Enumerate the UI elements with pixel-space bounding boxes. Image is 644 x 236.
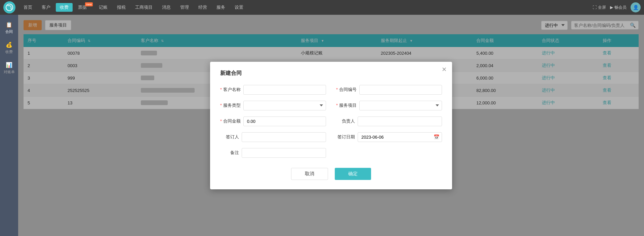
- sidebar-item-statement[interactable]: 📊 对账单: [1, 58, 17, 77]
- form-row-2: 服务类型 服务项目: [220, 101, 442, 110]
- modal-close-button[interactable]: ✕: [442, 66, 447, 73]
- charge-icon: 💰: [5, 41, 13, 48]
- field-contract-no: 合同编号: [336, 85, 442, 95]
- form-row-3: 合同金额 负责人: [220, 116, 442, 126]
- sign-date-wrap: 📅: [358, 132, 442, 142]
- top-nav: 首页 客户 收费 票据 new 记账 报税 工商项目 消息 管理 经营 服务 设…: [0, 0, 644, 15]
- nav-item-customer[interactable]: 客户: [38, 3, 54, 12]
- nav-item-settings[interactable]: 设置: [231, 3, 247, 12]
- customer-name-label: 客户名称: [220, 87, 241, 93]
- nav-item-home[interactable]: 首页: [19, 3, 36, 12]
- signer-input[interactable]: [242, 132, 326, 142]
- nav-item-operation[interactable]: 经营: [194, 3, 211, 12]
- form-row-4: 签订人 签订日期 📅: [220, 132, 442, 142]
- new-contract-modal: 新建合同 ✕ 客户名称 合同编号 服务类型: [210, 62, 452, 189]
- member-button[interactable]: ▶ 畅会员: [610, 5, 627, 10]
- field-customer-name: 客户名称: [220, 85, 326, 95]
- field-responsible-person: 负责人: [336, 116, 442, 126]
- nav-item-charge[interactable]: 收费: [56, 3, 73, 12]
- statement-icon: 📊: [5, 61, 13, 68]
- service-item-select-wrap: [359, 101, 442, 110]
- nav-item-message[interactable]: 消息: [158, 3, 175, 12]
- sidebar-item-charge[interactable]: 💰 收费: [1, 38, 17, 57]
- service-type-select[interactable]: [243, 101, 326, 110]
- fullscreen-icon: ⛶: [593, 5, 597, 10]
- new-badge: new: [85, 2, 93, 6]
- content-area: 新增 服务项目 进行中已完成已终止 🔍 序号 合同编码 ⇅ 客户名称: [18, 15, 644, 236]
- remarks-label: 备注: [220, 150, 239, 156]
- form-row-1: 客户名称 合同编号: [220, 85, 442, 95]
- field-contract-amount: 合同金额: [220, 116, 326, 126]
- calendar-icon[interactable]: 📅: [434, 134, 439, 140]
- cancel-button[interactable]: 取消: [291, 168, 328, 180]
- main-layout: 📋 合同 💰 收费 📊 对账单 新增 服务项目 进行中已完成已终止 🔍: [0, 15, 644, 236]
- form-row-5: 备注: [220, 148, 442, 158]
- contract-amount-input[interactable]: [243, 116, 326, 126]
- field-service-item: 服务项目: [336, 101, 442, 110]
- field-service-type: 服务类型: [220, 101, 326, 110]
- contract-no-input[interactable]: [359, 85, 442, 95]
- modal-footer: 取消 确定: [220, 168, 442, 180]
- sign-date-label: 签订日期: [336, 134, 355, 140]
- user-avatar[interactable]: 👤: [631, 2, 641, 12]
- nav-item-business[interactable]: 工商项目: [131, 3, 157, 12]
- service-item-label: 服务项目: [336, 102, 357, 108]
- field-signer: 签订人: [220, 132, 326, 142]
- signer-label: 签订人: [220, 134, 239, 140]
- nav-item-accounting[interactable]: 记账: [95, 3, 112, 12]
- modal-overlay[interactable]: 新建合同 ✕ 客户名称 合同编号 服务类型: [18, 15, 644, 236]
- responsible-person-label: 负责人: [336, 118, 355, 124]
- nav-item-tax[interactable]: 报税: [113, 3, 130, 12]
- contract-no-label: 合同编号: [336, 87, 357, 93]
- play-icon: ▶: [610, 5, 613, 10]
- app-logo[interactable]: [3, 1, 15, 13]
- contract-amount-label: 合同金额: [220, 118, 241, 124]
- modal-title: 新建合同: [220, 70, 442, 77]
- contract-icon: 📋: [5, 21, 13, 28]
- service-type-select-wrap: [243, 101, 326, 110]
- remarks-input[interactable]: [242, 148, 326, 158]
- confirm-button[interactable]: 确定: [335, 168, 371, 180]
- customer-name-input[interactable]: [243, 85, 326, 95]
- nav-item-manage[interactable]: 管理: [176, 3, 193, 12]
- nav-right: ⛶ 全屏 ▶ 畅会员 👤: [593, 2, 641, 12]
- sign-date-input[interactable]: [358, 132, 442, 142]
- sidebar: 📋 合同 💰 收费 📊 对账单: [0, 15, 18, 236]
- nav-item-service[interactable]: 服务: [212, 3, 229, 12]
- field-sign-date: 签订日期 📅: [336, 132, 442, 142]
- fullscreen-button[interactable]: ⛶ 全屏: [593, 5, 606, 10]
- sidebar-item-contract[interactable]: 📋 合同: [1, 18, 17, 37]
- service-item-select[interactable]: [359, 101, 442, 110]
- responsible-person-input[interactable]: [358, 116, 442, 126]
- service-type-label: 服务类型: [220, 102, 241, 108]
- nav-item-bill[interactable]: 票据 new: [74, 3, 93, 12]
- field-remarks: 备注: [220, 148, 326, 158]
